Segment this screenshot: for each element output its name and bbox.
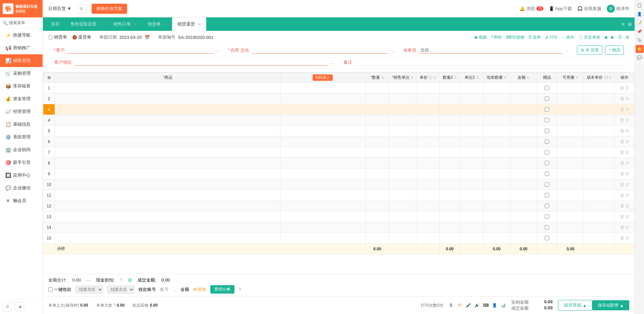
copy-row-icon[interactable]: ⧉: [626, 235, 629, 241]
gift-checkbox[interactable]: [545, 214, 549, 219]
equals-icon[interactable]: ⊜: [128, 277, 132, 283]
cost-cell[interactable]: [584, 211, 614, 222]
cost-cell[interactable]: [584, 126, 614, 136]
toolbar-icon-3[interactable]: 🎤: [465, 302, 472, 309]
add-row-button[interactable]: ⊕ 添加: [193, 287, 206, 293]
sidebar-item-system[interactable]: ⚙️ 系统管理: [0, 131, 43, 143]
avail-cell[interactable]: [557, 169, 584, 179]
delete-row-icon[interactable]: 🗑: [620, 160, 625, 166]
toolbar-icon-5[interactable]: ⌨: [482, 302, 490, 309]
operate-link[interactable]: … 操作: [561, 35, 574, 40]
qty-cell[interactable]: [366, 83, 389, 93]
tab-close-sales-order[interactable]: ✕: [134, 22, 137, 26]
user-profile[interactable]: 徐 徐泽华: [607, 5, 629, 13]
amount-cell[interactable]: [510, 179, 537, 190]
avail-cell[interactable]: [557, 126, 584, 136]
product-cell[interactable]: [55, 169, 280, 179]
price-cell[interactable]: [416, 222, 440, 233]
unit2-cell[interactable]: [460, 201, 483, 211]
cost-info-icon[interactable]: ⓘ: [604, 75, 608, 79]
unit-cell[interactable]: [389, 147, 416, 158]
cost-cell[interactable]: [584, 179, 614, 190]
gift-checkbox[interactable]: [545, 139, 549, 144]
pkg-cell[interactable]: [483, 136, 510, 147]
price-cell[interactable]: [416, 179, 440, 190]
grid-view-button[interactable]: ⊞: [626, 35, 629, 40]
gift-cell[interactable]: [537, 233, 557, 244]
qty2-cell[interactable]: [440, 93, 460, 104]
gift-checkbox[interactable]: [545, 236, 549, 240]
amount-cell[interactable]: [510, 136, 537, 147]
unit-cell[interactable]: [389, 201, 416, 211]
cost-cell[interactable]: [584, 222, 614, 233]
cost-cell[interactable]: [584, 136, 614, 147]
warehouse-picker[interactable]: ...: [391, 48, 394, 53]
pkg-cell[interactable]: [483, 104, 510, 115]
product-cell[interactable]: [55, 222, 280, 233]
avail-cell[interactable]: [557, 190, 584, 201]
address-input[interactable]: [74, 59, 329, 66]
pkg-cell[interactable]: [483, 190, 510, 201]
delete-row-icon[interactable]: 🗑: [620, 225, 625, 230]
pkg-cell[interactable]: [483, 169, 510, 179]
copy-row-icon[interactable]: ⧉: [626, 214, 629, 219]
qty-cell[interactable]: [366, 169, 389, 179]
right-panel-icon-7[interactable]: 💬: [636, 54, 644, 62]
cost-cell[interactable]: [584, 169, 614, 179]
avail-cell[interactable]: [557, 104, 584, 115]
qty-cell[interactable]: [366, 201, 389, 211]
unit2-cell[interactable]: [460, 83, 483, 93]
avail-cell[interactable]: [557, 179, 584, 190]
qty-cell[interactable]: [366, 126, 389, 136]
gift-cell[interactable]: [537, 126, 557, 136]
gift-checkbox[interactable]: [545, 204, 549, 208]
settings-gear-button[interactable]: ⚙: [3, 302, 12, 311]
unit2-cell[interactable]: [460, 190, 483, 201]
gift-cell[interactable]: [537, 179, 557, 190]
product-cell[interactable]: [55, 158, 280, 169]
sidebar-item-basic[interactable]: 📋 基础信息: [0, 118, 43, 131]
note-input[interactable]: [355, 59, 624, 66]
video-link[interactable]: ▶ 视频: [475, 35, 487, 40]
right-panel-icon-3[interactable]: 📝: [636, 19, 644, 27]
product-cell[interactable]: [55, 211, 280, 222]
unit2-cell[interactable]: [460, 126, 483, 136]
unit-cell[interactable]: [389, 115, 416, 126]
help-icon[interactable]: ?: [120, 277, 122, 282]
qty2-cell[interactable]: [440, 115, 460, 126]
gift-cell[interactable]: [537, 83, 557, 93]
gift-cell[interactable]: [537, 136, 557, 147]
unit2-cell[interactable]: [460, 169, 483, 179]
price-cell[interactable]: [416, 233, 440, 244]
right-panel-icon-1[interactable]: 📋: [636, 1, 644, 9]
copy-row-icon[interactable]: ⧉: [626, 149, 629, 155]
amount-cell[interactable]: [510, 222, 537, 233]
right-panel-icon-2[interactable]: 👤: [636, 10, 644, 18]
gift-checkbox[interactable]: [545, 86, 549, 90]
tab-sales-delivery[interactable]: 销货单 ✕: [142, 17, 172, 31]
sort-icon-available[interactable]: ⇅: [576, 76, 578, 79]
qty-cell[interactable]: [366, 104, 389, 115]
unit-cell[interactable]: [389, 190, 416, 201]
qty-cell[interactable]: [366, 158, 389, 169]
unit-cell[interactable]: [389, 211, 416, 222]
sidebar-search[interactable]: 🔍 搜索菜单: [0, 17, 43, 29]
daily-goods-selector[interactable]: 日用百货 ▼: [48, 6, 71, 12]
qty2-cell[interactable]: [440, 147, 460, 158]
gift-cell[interactable]: [537, 104, 557, 115]
qty2-cell[interactable]: [440, 126, 460, 136]
price-cell[interactable]: [416, 147, 440, 158]
cost-cell[interactable]: [584, 115, 614, 126]
customer-picker[interactable]: ...: [217, 48, 220, 53]
sidebar-item-member[interactable]: V 畅会员: [0, 194, 43, 207]
delete-row-icon[interactable]: 🗑: [620, 171, 625, 176]
add-row-btn[interactable]: +: [43, 104, 55, 115]
gift-checkbox[interactable]: [545, 225, 549, 230]
unit-cell[interactable]: [389, 233, 416, 244]
product-input[interactable]: [57, 107, 278, 112]
price-cell[interactable]: [416, 93, 440, 104]
avail-cell[interactable]: [557, 115, 584, 126]
gift-checkbox[interactable]: [545, 172, 549, 176]
gift-cell[interactable]: [537, 115, 557, 126]
copy-row-icon[interactable]: ⧉: [626, 85, 629, 90]
